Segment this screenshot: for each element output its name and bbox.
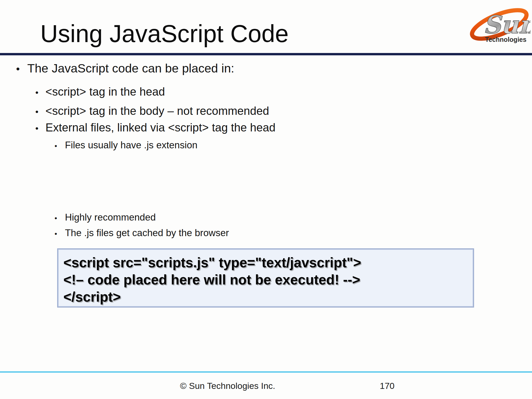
bullet-icon: • (55, 230, 65, 237)
bullet-item: • The JavaScript code can be placed in: (16, 62, 234, 74)
bullet-icon: • (35, 88, 45, 97)
slide: Using JavaScript Code Sun Technologies •… (0, 0, 532, 399)
logo-technologies-text: Technologies (485, 36, 526, 43)
code-line: <script src="scripts.js" type="text/javs… (63, 254, 468, 271)
sun-technologies-logo: Sun Technologies (468, 2, 530, 48)
bullet-item: • The .js files get cached by the browse… (55, 228, 229, 238)
bullet-text: <script> tag in the head (45, 86, 165, 97)
bullet-item: • <script> tag in the head (35, 86, 165, 97)
bullet-text: External files, linked via <script> tag … (45, 122, 275, 133)
logo-sun-text: Sun (483, 10, 530, 39)
bullet-icon: • (35, 107, 45, 116)
bullet-item: • <script> tag in the body – not recomme… (35, 105, 269, 117)
bullet-text: <script> tag in the body – not recommend… (45, 105, 269, 117)
bullet-icon: • (55, 215, 65, 222)
page-title: Using JavaScript Code (40, 22, 289, 46)
bullet-icon: • (35, 124, 45, 133)
bullet-text: The JavaScript code can be placed in: (27, 62, 234, 74)
code-line: </script> (63, 288, 468, 305)
bullet-item: • Files usually have .js extension (55, 140, 197, 150)
title-rule (0, 53, 532, 55)
footer-copyright: © Sun Technologies Inc. (180, 381, 275, 391)
bullet-text: Highly recommended (65, 212, 156, 222)
page-number: 170 (380, 381, 395, 391)
code-block: <script src="scripts.js" type="text/javs… (57, 248, 474, 308)
bullet-text: Files usually have .js extension (65, 140, 197, 150)
bullet-icon: • (55, 142, 65, 150)
bullet-text: The .js files get cached by the browser (65, 228, 229, 238)
footer-rule (0, 371, 532, 373)
bullet-item: • External files, linked via <script> ta… (35, 122, 275, 133)
code-line: <!– code placed here will not be execute… (63, 271, 468, 288)
bullet-item: • Highly recommended (55, 212, 156, 222)
bullet-icon: • (16, 64, 27, 74)
